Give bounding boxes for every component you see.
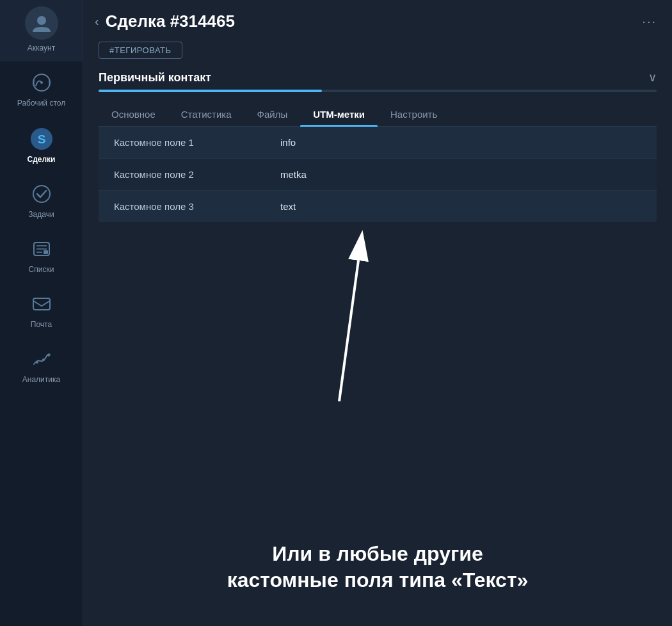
sidebar-item-account[interactable]: Аккаунт	[0, 0, 83, 61]
more-button[interactable]: ···	[642, 14, 657, 29]
tag-button[interactable]: #ТЕГИРОВАТЬ	[99, 42, 182, 59]
svg-point-12	[36, 361, 38, 364]
svg-rect-10	[44, 250, 48, 254]
header-left: ‹ Сделка #314465	[95, 12, 235, 31]
field-value-2: metka	[280, 169, 307, 180]
svg-line-16	[339, 261, 358, 401]
section-title: Первичный контакт	[99, 71, 211, 84]
field-label-2: Кастомное поле 2	[114, 169, 280, 180]
tab-settings[interactable]: Настроить	[378, 102, 450, 126]
svg-text:S: S	[37, 132, 45, 145]
sidebar-item-label: Сделки	[28, 155, 56, 164]
progress-bar-fill	[99, 90, 322, 92]
avatar	[25, 6, 58, 40]
table-row: Кастомное поле 1 info	[99, 127, 657, 159]
chart-icon	[29, 347, 54, 371]
page-title: Сделка #314465	[106, 12, 235, 31]
sidebar-item-tasks[interactable]: Задачи	[0, 173, 83, 228]
mail-icon	[29, 292, 54, 316]
field-value-3: text	[280, 201, 296, 212]
sidebar-item-analytics[interactable]: Аналитика	[0, 338, 83, 393]
svg-point-2	[40, 81, 43, 84]
tabs-container: Основное Статистика Файлы UTM-метки Наст…	[99, 102, 657, 127]
tabs: Основное Статистика Файлы UTM-метки Наст…	[99, 102, 657, 126]
sidebar-item-lists[interactable]: Списки	[0, 228, 83, 283]
svg-point-14	[47, 354, 50, 357]
field-value-1: info	[280, 137, 296, 148]
field-label-1: Кастомное поле 1	[114, 137, 280, 148]
sidebar: Аккаунт Рабочий стол S Сделки	[0, 0, 83, 626]
tab-basic[interactable]: Основное	[99, 102, 168, 126]
table-row: Кастомное поле 2 metka	[99, 159, 657, 191]
gauge-icon	[29, 70, 54, 95]
tab-utm[interactable]: UTM-метки	[300, 102, 378, 126]
tag-section: #ТЕГИРОВАТЬ	[83, 38, 672, 68]
main-content: ‹ Сделка #314465 ··· #ТЕГИРОВАТЬ Первичн…	[83, 0, 672, 626]
field-label-3: Кастомное поле 3	[114, 201, 280, 212]
sidebar-item-label: Рабочий стол	[17, 99, 65, 109]
annotation-text: Или в любые другие кастомные поля типа «…	[218, 541, 538, 594]
section-header: Первичный контакт ∨	[83, 68, 672, 84]
svg-rect-11	[33, 298, 50, 310]
check-icon	[29, 182, 54, 206]
sidebar-item-label: Аналитика	[22, 375, 60, 384]
page-header: ‹ Сделка #314465 ···	[83, 0, 672, 38]
sidebar-item-label: Почта	[31, 320, 52, 329]
back-button[interactable]: ‹	[95, 14, 99, 29]
svg-point-5	[33, 186, 50, 202]
deals-icon: S	[29, 127, 54, 151]
progress-bar	[99, 90, 657, 92]
sidebar-item-mail[interactable]: Почта	[0, 283, 83, 338]
sidebar-item-label: Аккаунт	[28, 44, 55, 52]
utm-table: Кастомное поле 1 info Кастомное поле 2 m…	[99, 127, 657, 222]
annotation-area: Или в любые другие кастомные поля типа «…	[83, 222, 672, 626]
table-row: Кастомное поле 3 text	[99, 191, 657, 222]
sidebar-item-label: Списки	[29, 265, 54, 274]
sidebar-item-deals[interactable]: S Сделки	[0, 118, 83, 173]
svg-point-13	[42, 358, 45, 361]
tab-stats[interactable]: Статистика	[168, 102, 244, 126]
list-icon	[29, 237, 54, 261]
tab-files[interactable]: Файлы	[244, 102, 301, 126]
sidebar-item-label: Задачи	[28, 210, 54, 219]
svg-point-0	[37, 16, 46, 25]
sidebar-item-dashboard[interactable]: Рабочий стол	[0, 61, 83, 118]
chevron-down-icon[interactable]: ∨	[648, 70, 657, 84]
